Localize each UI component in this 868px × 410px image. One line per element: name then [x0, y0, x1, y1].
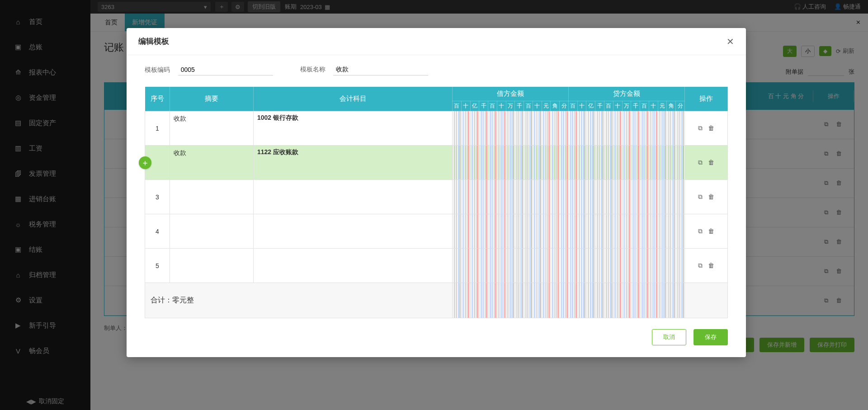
credit-digit[interactable]: [658, 249, 667, 283]
debit-digit[interactable]: [453, 146, 462, 180]
debit-digit[interactable]: [497, 249, 506, 283]
debit-digit[interactable]: [470, 111, 479, 146]
debit-digit[interactable]: [497, 146, 506, 180]
credit-digit[interactable]: [640, 180, 649, 214]
credit-digit[interactable]: [676, 111, 685, 146]
debit-digit[interactable]: [524, 146, 533, 180]
debit-digit[interactable]: [497, 180, 506, 214]
debit-digit[interactable]: [551, 214, 560, 249]
debit-digit[interactable]: [560, 146, 569, 180]
summary-cell[interactable]: [170, 214, 254, 249]
debit-digit[interactable]: [551, 180, 560, 214]
debit-digit[interactable]: [524, 180, 533, 214]
credit-digit[interactable]: [586, 111, 595, 146]
summary-cell[interactable]: 收款: [170, 111, 254, 146]
debit-digit[interactable]: [461, 146, 470, 180]
credit-digit[interactable]: [631, 249, 640, 283]
debit-digit[interactable]: [533, 180, 542, 214]
debit-digit[interactable]: [461, 249, 470, 283]
credit-digit[interactable]: [613, 111, 622, 146]
debit-digit[interactable]: [497, 214, 506, 249]
credit-digit[interactable]: [622, 146, 631, 180]
credit-digit[interactable]: [676, 214, 685, 249]
debit-digit[interactable]: [453, 214, 462, 249]
credit-digit[interactable]: [586, 249, 595, 283]
copy-icon[interactable]: ⧉: [698, 124, 703, 132]
credit-digit[interactable]: [568, 249, 577, 283]
credit-digit[interactable]: [604, 111, 613, 146]
credit-digit[interactable]: [586, 214, 595, 249]
debit-digit[interactable]: [524, 214, 533, 249]
account-cell[interactable]: [254, 180, 453, 214]
debit-digit[interactable]: [461, 111, 470, 146]
credit-digit[interactable]: [667, 214, 676, 249]
debit-digit[interactable]: [533, 146, 542, 180]
credit-digit[interactable]: [640, 146, 649, 180]
delete-icon[interactable]: 🗑: [708, 124, 714, 132]
credit-digit[interactable]: [631, 111, 640, 146]
delete-icon[interactable]: 🗑: [708, 193, 714, 201]
copy-icon[interactable]: ⧉: [698, 227, 703, 235]
debit-digit[interactable]: [551, 249, 560, 283]
copy-icon[interactable]: ⧉: [698, 193, 703, 201]
summary-cell[interactable]: [170, 180, 254, 214]
credit-digit[interactable]: [667, 180, 676, 214]
credit-digit[interactable]: [622, 214, 631, 249]
credit-digit[interactable]: [631, 214, 640, 249]
copy-icon[interactable]: ⧉: [698, 262, 703, 269]
debit-digit[interactable]: [488, 249, 497, 283]
debit-digit[interactable]: [542, 249, 551, 283]
debit-digit[interactable]: [470, 180, 479, 214]
delete-icon[interactable]: 🗑: [708, 159, 714, 166]
credit-digit[interactable]: [577, 180, 586, 214]
table-row[interactable]: 4⧉🗑: [145, 214, 728, 249]
delete-icon[interactable]: 🗑: [708, 262, 714, 269]
debit-digit[interactable]: [479, 146, 488, 180]
delete-icon[interactable]: 🗑: [708, 227, 714, 235]
cancel-button[interactable]: 取消: [652, 329, 686, 345]
credit-digit[interactable]: [649, 249, 658, 283]
debit-digit[interactable]: [497, 111, 506, 146]
save-button[interactable]: 保存: [693, 329, 728, 345]
credit-digit[interactable]: [604, 249, 613, 283]
summary-cell[interactable]: 收款: [170, 146, 254, 180]
debit-digit[interactable]: [515, 146, 524, 180]
credit-digit[interactable]: [595, 180, 604, 214]
credit-digit[interactable]: [649, 146, 658, 180]
debit-digit[interactable]: [506, 111, 515, 146]
template-name-input[interactable]: [333, 64, 428, 75]
credit-digit[interactable]: [640, 214, 649, 249]
debit-digit[interactable]: [560, 111, 569, 146]
debit-digit[interactable]: [560, 214, 569, 249]
debit-digit[interactable]: [461, 214, 470, 249]
credit-digit[interactable]: [595, 111, 604, 146]
copy-icon[interactable]: ⧉: [698, 159, 703, 166]
table-row[interactable]: ＋收款1122 应收账款⧉🗑: [145, 146, 728, 180]
credit-digit[interactable]: [577, 146, 586, 180]
add-row-button[interactable]: ＋: [139, 156, 151, 169]
debit-digit[interactable]: [506, 180, 515, 214]
credit-digit[interactable]: [604, 180, 613, 214]
debit-digit[interactable]: [488, 180, 497, 214]
debit-digit[interactable]: [542, 214, 551, 249]
credit-digit[interactable]: [568, 111, 577, 146]
account-cell[interactable]: [254, 214, 453, 249]
debit-digit[interactable]: [470, 249, 479, 283]
credit-digit[interactable]: [586, 180, 595, 214]
table-row[interactable]: 1收款1002 银行存款⧉🗑: [145, 111, 728, 146]
debit-digit[interactable]: [470, 146, 479, 180]
debit-digit[interactable]: [542, 146, 551, 180]
debit-digit[interactable]: [533, 111, 542, 146]
credit-digit[interactable]: [568, 146, 577, 180]
credit-digit[interactable]: [577, 249, 586, 283]
credit-digit[interactable]: [649, 111, 658, 146]
credit-digit[interactable]: [649, 180, 658, 214]
debit-digit[interactable]: [506, 249, 515, 283]
debit-digit[interactable]: [560, 249, 569, 283]
credit-digit[interactable]: [568, 214, 577, 249]
summary-cell[interactable]: [170, 249, 254, 283]
credit-digit[interactable]: [613, 249, 622, 283]
credit-digit[interactable]: [640, 111, 649, 146]
credit-digit[interactable]: [658, 146, 667, 180]
account-cell[interactable]: 1122 应收账款: [254, 146, 453, 180]
